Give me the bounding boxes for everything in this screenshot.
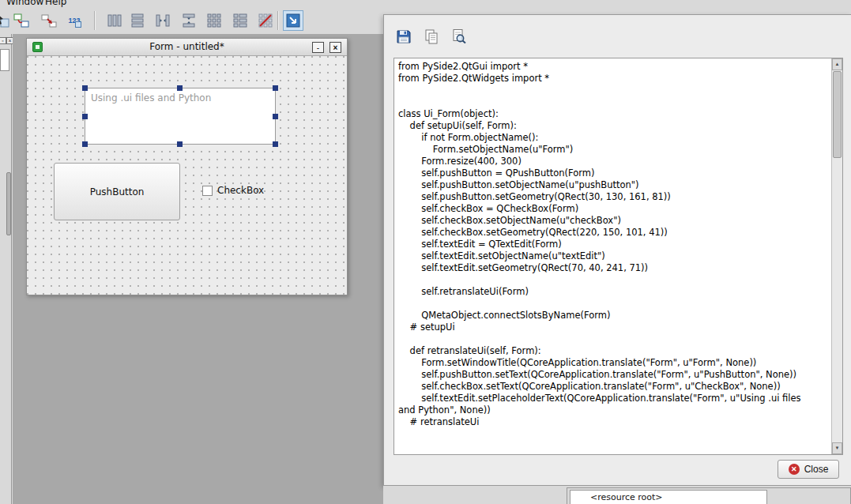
break-layout-glyph bbox=[258, 13, 273, 28]
break-layout-icon[interactable] bbox=[255, 10, 276, 31]
widget-box-dock: ▫ × bbox=[0, 34, 12, 504]
menu-help[interactable]: Help bbox=[45, 0, 66, 7]
toolbar-separator bbox=[94, 11, 96, 30]
minimize-button[interactable]: - bbox=[312, 42, 324, 53]
resize-handle-ne[interactable] bbox=[273, 85, 278, 91]
adjust-size-icon[interactable] bbox=[283, 10, 303, 31]
layout-splitter-horizontal-icon[interactable] bbox=[153, 10, 173, 31]
code-dialog-toolbar bbox=[393, 26, 469, 48]
qt-designer-window: Window Help 123 bbox=[0, 0, 851, 504]
layout-form-icon[interactable] bbox=[230, 10, 250, 31]
code-preview-dialog: from PySide2.QtGui import * from PySide2… bbox=[383, 14, 851, 486]
layout-splitter-vertical-glyph bbox=[181, 13, 197, 28]
resize-handle-sw[interactable] bbox=[82, 141, 88, 147]
layout-vertical-glyph bbox=[130, 13, 145, 28]
tab-order-square bbox=[75, 21, 81, 28]
checkbox-indicator[interactable] bbox=[202, 186, 213, 196]
generated-code: from PySide2.QtGui import * from PySide2… bbox=[398, 61, 833, 452]
resize-handle-nw[interactable] bbox=[82, 85, 88, 91]
form-editor-window: Form - untitled* - × Using .ui files and… bbox=[26, 38, 348, 295]
find-glyph bbox=[451, 28, 467, 44]
copy-glyph bbox=[424, 28, 439, 44]
dock-scrollbar-thumb[interactable] bbox=[6, 172, 11, 235]
resize-handle-e[interactable] bbox=[273, 114, 278, 119]
dialog-close-button[interactable]: ✕ Close bbox=[778, 460, 839, 479]
toolbar-separator bbox=[277, 11, 279, 30]
layout-splitter-vertical-icon[interactable] bbox=[179, 10, 199, 31]
form-canvas[interactable]: Using .ui files and Python PushButton Ch… bbox=[27, 56, 347, 295]
find-icon[interactable] bbox=[449, 26, 469, 47]
pushbutton-widget[interactable]: PushButton bbox=[54, 163, 180, 220]
scroll-down-icon[interactable]: ▼ bbox=[832, 442, 842, 454]
layout-grid-icon[interactable] bbox=[204, 10, 224, 31]
close-circle-icon: ✕ bbox=[789, 464, 800, 475]
form-titlebar[interactable]: Form - untitled* - × bbox=[27, 39, 347, 56]
code-scrollbar[interactable]: ▲ ▼ bbox=[831, 58, 842, 454]
scrollbar-thumb[interactable] bbox=[833, 71, 842, 158]
layout-vertical-icon[interactable] bbox=[127, 10, 148, 31]
menu-bar: Window Help bbox=[0, 0, 851, 7]
form-window-title: Form - untitled* bbox=[27, 41, 347, 52]
edit-widgets-glyph bbox=[0, 13, 10, 28]
save-icon[interactable] bbox=[393, 26, 414, 47]
layout-splitter-horizontal-glyph bbox=[155, 13, 171, 28]
layout-form-glyph bbox=[232, 13, 248, 28]
adjust-size-glyph bbox=[285, 13, 301, 28]
resize-handle-w[interactable] bbox=[82, 114, 88, 119]
edit-signals-slots-glyph bbox=[13, 13, 29, 28]
resource-root-item[interactable]: <resource root> bbox=[570, 490, 767, 504]
close-button[interactable]: × bbox=[329, 42, 341, 53]
textedit-placeholder: Using .ui files and Python bbox=[85, 88, 275, 107]
close-button-label: Close bbox=[804, 464, 829, 475]
edit-buddies-glyph bbox=[41, 13, 57, 28]
edit-buddies-icon[interactable] bbox=[39, 10, 59, 31]
resize-handle-s[interactable] bbox=[177, 141, 183, 147]
save-glyph bbox=[396, 28, 412, 44]
textedit-widget[interactable]: Using .ui files and Python bbox=[85, 88, 276, 145]
scroll-up-icon[interactable]: ▲ bbox=[832, 58, 842, 70]
edit-tab-order-icon[interactable]: 123 bbox=[64, 10, 85, 31]
dock-float-icon[interactable]: ▫ bbox=[0, 37, 6, 44]
checkbox-label: CheckBox bbox=[217, 185, 264, 196]
resource-browser-dock: <resource root> bbox=[567, 487, 851, 504]
widget-filter-input[interactable] bbox=[0, 49, 9, 71]
resize-handle-se[interactable] bbox=[273, 141, 278, 147]
code-view[interactable]: from PySide2.QtGui import * from PySide2… bbox=[393, 58, 843, 455]
checkbox-widget[interactable]: CheckBox bbox=[202, 184, 264, 197]
menu-window[interactable]: Window bbox=[6, 0, 43, 7]
layout-horizontal-glyph bbox=[107, 13, 122, 28]
layout-grid-glyph bbox=[206, 13, 222, 28]
edit-signals-slots-icon[interactable] bbox=[11, 10, 32, 31]
layout-horizontal-icon[interactable] bbox=[104, 10, 125, 31]
copy-icon[interactable] bbox=[421, 26, 442, 47]
resize-handle-n[interactable] bbox=[177, 85, 183, 91]
